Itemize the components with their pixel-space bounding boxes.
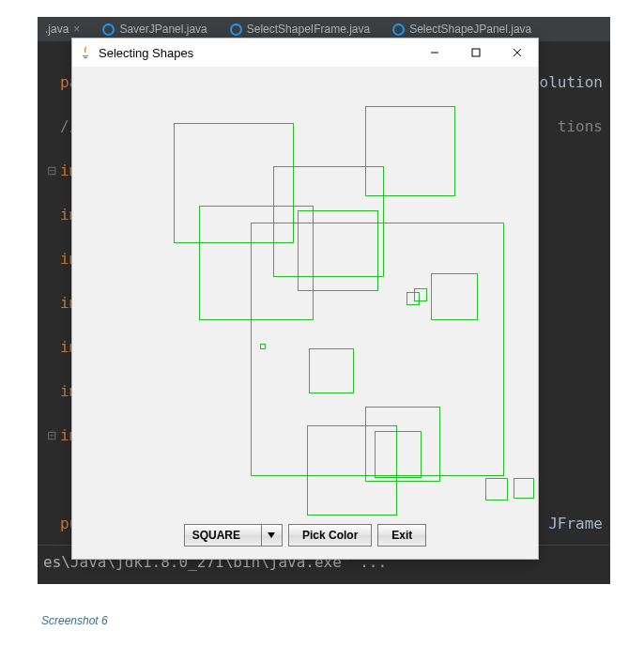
- drawing-canvas[interactable]: [72, 67, 538, 519]
- square-shape: [375, 431, 422, 478]
- code-text: tions: [558, 117, 603, 135]
- title-bar: Selecting Shapes: [72, 38, 538, 67]
- ide-tab[interactable]: .java ×: [45, 23, 80, 36]
- close-button[interactable]: [497, 38, 538, 67]
- svg-rect-1: [472, 49, 480, 56]
- ide-tab[interactable]: SelectShapeJPanel.java: [392, 23, 531, 36]
- ide-tab-label: SaverJPanel.java: [119, 23, 207, 36]
- svg-marker-4: [268, 532, 275, 538]
- pick-color-button[interactable]: Pick Color: [288, 524, 372, 547]
- class-icon: [230, 23, 242, 36]
- square-shape: [514, 478, 534, 499]
- class-icon: [392, 23, 405, 36]
- shape-select-value: SQUARE: [192, 529, 240, 542]
- maximize-button[interactable]: [455, 38, 497, 67]
- code-text: JFrame: [548, 515, 603, 532]
- figure-caption: Screenshot 6: [41, 614, 108, 627]
- ide-tab-label: SelectShapeJPanel.java: [409, 23, 531, 36]
- square-shape: [414, 288, 427, 301]
- ide-tab[interactable]: SaverJPanel.java: [102, 23, 207, 36]
- square-shape: [431, 273, 478, 320]
- java-icon: [78, 45, 93, 60]
- control-bar: SQUARE Pick Color Exit: [72, 519, 538, 559]
- ide-tab[interactable]: SelectShapeIFrame.java: [230, 23, 370, 36]
- code-text: olution: [540, 73, 603, 91]
- app-window: Selecting Shapes SQUARE Pick Color Exit: [71, 38, 539, 560]
- class-icon: [102, 23, 115, 36]
- shape-select[interactable]: SQUARE: [184, 524, 283, 547]
- exit-button[interactable]: Exit: [377, 524, 426, 547]
- button-label: Pick Color: [302, 529, 358, 542]
- minimize-button[interactable]: [414, 38, 455, 67]
- square-shape: [365, 106, 455, 196]
- ide-tab-label: SelectShapeIFrame.java: [247, 23, 370, 36]
- square-shape: [485, 478, 508, 500]
- chevron-down-icon: [261, 525, 282, 546]
- button-label: Exit: [391, 529, 412, 542]
- square-shape: [260, 344, 266, 349]
- window-title: Selecting Shapes: [99, 46, 414, 60]
- square-shape: [309, 348, 354, 393]
- ide-tab-label: .java: [45, 23, 69, 36]
